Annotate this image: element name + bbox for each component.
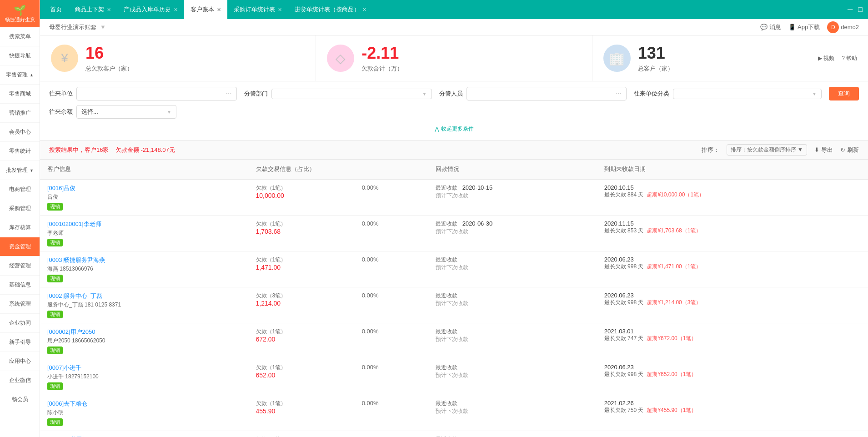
cell-debt-percent: 0.00%	[355, 323, 429, 359]
col-header-customer: 客户信息	[40, 160, 249, 179]
debt-label: 欠款（3笔）	[256, 292, 347, 300]
debt-amount[interactable]: 672.00	[256, 336, 347, 343]
overdue-amount-link[interactable]: 超期¥1,703.68（1笔）	[647, 227, 701, 234]
overdue-amount-link[interactable]: 超期¥10,000.00（1笔）	[647, 191, 704, 198]
customer-tag: 现销	[47, 418, 63, 426]
sidebar-item-retail-mgmt[interactable]: 零售管理 ▲	[0, 65, 40, 85]
tab-close-product-history[interactable]: ✕	[174, 7, 178, 13]
debt-amount[interactable]: 10,000.00	[256, 192, 347, 199]
customer-name-link[interactable]: [000002]用户2050	[47, 328, 241, 336]
overdue-amount-link[interactable]: 超期¥455.90（1笔）	[647, 407, 697, 413]
tab-close-customer-account[interactable]: ✕	[217, 7, 221, 13]
message-btn[interactable]: 💬 消息	[760, 23, 781, 31]
sidebar-item-inventory[interactable]: 库存核算	[0, 218, 40, 237]
customer-name-link[interactable]: [0003]畅捷服务尹海燕	[47, 256, 241, 264]
tab-customer-account[interactable]: 客户账本 ✕	[184, 0, 227, 19]
sidebar-item-purchase[interactable]: 采购管理	[0, 199, 40, 218]
sidebar-item-corp[interactable]: 企业协同	[0, 314, 40, 333]
filter-category-select[interactable]: ▼	[673, 89, 822, 99]
sidebar-item-capital[interactable]: 资金管理	[0, 237, 40, 256]
tab-purchase-stats[interactable]: 进货单统计表（按商品） ✕	[288, 0, 373, 19]
overdue-amount-link[interactable]: 超期¥672.00（1笔）	[647, 335, 697, 342]
debt-label: 欠款（1笔）	[256, 328, 347, 336]
tab-purchase-summary[interactable]: 采购订单统计表 ✕	[227, 0, 288, 19]
sidebar-item-retail-stats[interactable]: 零售统计	[0, 142, 40, 161]
sidebar-item-batch-mgmt[interactable]: 批发管理 ▼	[0, 161, 40, 180]
company-selector[interactable]: 母婴行业演示账套 ▼	[49, 23, 106, 31]
stats-row: ¥ 16 总欠款客户（家） ◇ -2.11 欠款合计（万） 🏢 131 总客户（…	[40, 35, 868, 81]
query-button[interactable]: 查询	[829, 87, 859, 100]
sidebar-item-app[interactable]: 应用中心	[0, 352, 40, 371]
cell-due-date: 2020.06.23 最长欠款 998 天 超期¥652.00（1笔）	[597, 359, 868, 395]
cell-return-info: 最近收款 2020-10-15 预计下次收款	[428, 179, 597, 216]
table-row: [0002]服务中心_丁磊 服务中心_丁磊 181 0125 8371 现销 欠…	[40, 287, 868, 323]
filter-dept-select[interactable]: ▼	[271, 89, 432, 99]
sidebar-item-guide[interactable]: 新手引导	[0, 333, 40, 352]
sidebar-item-retail-store[interactable]: 零售商城	[0, 85, 40, 104]
tab-home[interactable]: 首页	[44, 0, 68, 19]
app-download-btn[interactable]: 📱 App下载	[788, 23, 820, 31]
sort-select[interactable]: 排序：按欠款金额倒序排序 ▼	[727, 144, 807, 156]
overdue-amount-link[interactable]: 超期¥1,214.00（3笔）	[647, 299, 701, 306]
customer-name-link[interactable]: [0002]服务中心_丁磊	[47, 292, 241, 300]
export-btn[interactable]: ⬇ 导出	[814, 146, 833, 154]
customer-name-link[interactable]: [0006]去下粮仓	[47, 400, 241, 408]
debt-amount[interactable]: 652.00	[256, 372, 347, 379]
customer-name-link[interactable]: [0001020001]李老师	[47, 220, 241, 228]
tab-product-history[interactable]: 产成品入库单历史 ✕	[117, 0, 184, 19]
filter-supplier-input[interactable]: ···	[76, 87, 237, 100]
debt-amount[interactable]: 455.90	[256, 407, 347, 415]
debt-amount[interactable]: 1,703.68	[256, 228, 347, 235]
table-row: [0003]畅捷服务尹海燕 海燕 18513066976 现销 欠款（1笔） 1…	[40, 251, 868, 287]
sidebar-item-wechat[interactable]: 企业微信	[0, 371, 40, 390]
tab-close-purchase-stats[interactable]: ✕	[362, 7, 366, 13]
stat-number-debt-customers: 16	[85, 44, 133, 63]
debt-percent: 0.00%	[362, 184, 421, 191]
user-avatar[interactable]: D demo2	[827, 21, 859, 33]
filter-balance-select[interactable]: 选择... ▼	[76, 105, 176, 119]
sidebar-item-biz[interactable]: 经营管理	[0, 256, 40, 276]
cell-due-date: 2020.10.15 最长欠款 884 天 超期¥10,000.00（1笔）	[597, 179, 868, 216]
sidebar-item-system[interactable]: 系统管理	[0, 295, 40, 314]
window-minimize-btn[interactable]: ─	[846, 4, 854, 15]
collapse-filter-btn[interactable]: ⋀ 收起更多条件	[49, 123, 859, 135]
sidebar-item-marketing[interactable]: 营销推广	[0, 104, 40, 123]
filter-dept-label: 分管部门	[244, 90, 268, 98]
help-btn[interactable]: ? 帮助	[842, 55, 857, 62]
results-actions: 排序： 排序：按欠款金额倒序排序 ▼ ⬇ 导出 ↻ 刷新	[702, 144, 859, 156]
table-row: [000002]用户2050 用户2050 18665062050 现销 欠款（…	[40, 323, 868, 359]
debt-amount[interactable]: 1,471.00	[256, 264, 347, 271]
next-payment: 预计下次收款	[436, 372, 589, 379]
filter-row-1: 往来单位 ··· 分管部门 ▼ 分管人员 ···	[49, 87, 859, 100]
window-maximize-btn[interactable]: □	[856, 4, 864, 15]
overdue-amount-link[interactable]: 超期¥652.00（1笔）	[647, 371, 697, 377]
sidebar-item-quick-nav[interactable]: 快捷导航	[0, 46, 40, 65]
due-date-value: 2021.02.26	[604, 400, 861, 407]
due-date-value: 2020.11.15	[604, 220, 861, 227]
refresh-btn[interactable]: ↻ 刷新	[840, 146, 859, 154]
cell-return-info: 最近收款 预计下次收款	[428, 287, 597, 323]
customer-name-link[interactable]: [0007]小进千	[47, 364, 241, 372]
sidebar-item-vip[interactable]: 畅会员	[0, 390, 40, 409]
table-body: [0016]吕俊 吕俊 现销 欠款（1笔） 10,000.00 0.00% 最近…	[40, 179, 868, 437]
tab-close-purchase-summary[interactable]: ✕	[278, 7, 282, 13]
more-icon[interactable]: ···	[226, 90, 231, 98]
more-icon[interactable]: ···	[616, 90, 622, 98]
cell-debt-percent: 0.00%	[355, 251, 429, 287]
sidebar-item-member[interactable]: 会员中心	[0, 123, 40, 142]
results-bar: 搜索结果中，客户16家 欠款金额 -21,148.07元 排序： 排序：按欠款金…	[40, 141, 868, 160]
video-help-btn[interactable]: ▶ 视频	[818, 55, 834, 62]
debt-amount[interactable]: 1,214.00	[256, 300, 347, 307]
sidebar-item-basic[interactable]: 基础信息	[0, 276, 40, 295]
cell-due-date: 2020.11.15 最长欠款 853 天 超期¥1,703.68（1笔）	[597, 216, 868, 251]
customer-tag: 现销	[47, 311, 63, 318]
filter-person-input[interactable]: ···	[467, 87, 627, 100]
tab-goods-shelf[interactable]: 商品上下架 ✕	[68, 0, 117, 19]
sidebar-search[interactable]: 搜索菜单	[0, 27, 40, 46]
customer-sub-info: 陈小明	[47, 409, 241, 417]
header-bar: 母婴行业演示账套 ▼ 💬 消息 📱 App下载 D demo2	[40, 19, 868, 35]
customer-name-link[interactable]: [0016]吕俊	[47, 184, 241, 192]
overdue-amount-link[interactable]: 超期¥1,471.00（1笔）	[647, 263, 701, 270]
tab-close-goods-shelf[interactable]: ✕	[107, 7, 111, 13]
sidebar-item-ecommerce[interactable]: 电商管理	[0, 180, 40, 199]
